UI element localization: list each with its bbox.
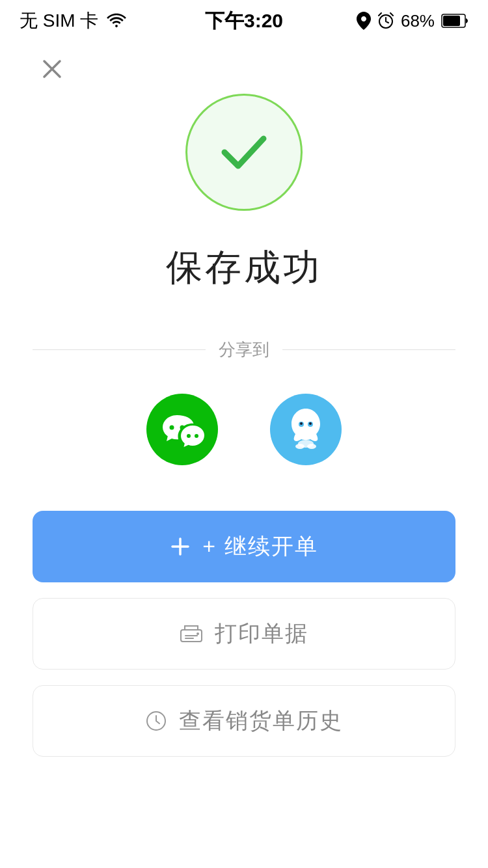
share-label: 分享到	[219, 338, 269, 361]
plus-icon	[170, 536, 191, 557]
status-bar: 无 SIM 卡 下午3:20 68%	[0, 0, 488, 42]
no-sim-text: 无 SIM 卡	[20, 8, 98, 33]
alarm-icon	[377, 12, 394, 30]
svg-rect-15	[185, 635, 198, 636]
svg-point-4	[180, 426, 185, 430]
svg-point-5	[187, 434, 191, 438]
continue-label: + 继续开单	[202, 532, 318, 562]
svg-point-6	[195, 434, 198, 438]
wechat-share-button[interactable]	[146, 394, 218, 465]
svg-rect-16	[185, 638, 194, 639]
main-content: 保存成功 分享到	[0, 42, 488, 757]
svg-point-8	[295, 444, 305, 449]
close-button[interactable]	[33, 49, 72, 88]
share-section: 分享到	[33, 338, 455, 465]
battery-icon	[441, 14, 468, 28]
svg-point-9	[307, 444, 316, 449]
checkmark-icon	[215, 123, 273, 182]
wifi-icon	[106, 13, 127, 29]
action-buttons: + 继续开单 打印单据 查看销货单历史	[33, 511, 455, 757]
divider-right	[282, 349, 455, 350]
qq-share-button[interactable]	[270, 394, 342, 465]
divider-left	[33, 349, 206, 350]
svg-rect-2	[443, 16, 460, 26]
history-icon	[145, 710, 167, 732]
battery-percent: 68%	[401, 11, 435, 31]
status-time: 下午3:20	[205, 8, 283, 34]
print-icon	[180, 623, 203, 644]
qq-icon	[286, 406, 326, 453]
success-icon-circle	[185, 94, 303, 211]
wechat-icon	[160, 410, 204, 449]
svg-point-13	[309, 422, 312, 425]
location-icon	[357, 12, 371, 30]
svg-point-12	[300, 422, 303, 425]
print-label: 打印单据	[215, 619, 308, 649]
success-title: 保存成功	[166, 243, 322, 293]
history-label: 查看销货单历史	[179, 706, 343, 736]
svg-point-3	[170, 426, 174, 430]
svg-point-17	[197, 632, 199, 635]
continue-button[interactable]: + 继续开单	[33, 511, 455, 582]
history-button[interactable]: 查看销货单历史	[33, 685, 455, 757]
share-icons	[146, 394, 342, 465]
status-right: 68%	[357, 11, 468, 31]
print-button[interactable]: 打印单据	[33, 598, 455, 670]
status-left: 无 SIM 卡	[20, 8, 127, 33]
share-divider: 分享到	[33, 338, 455, 361]
